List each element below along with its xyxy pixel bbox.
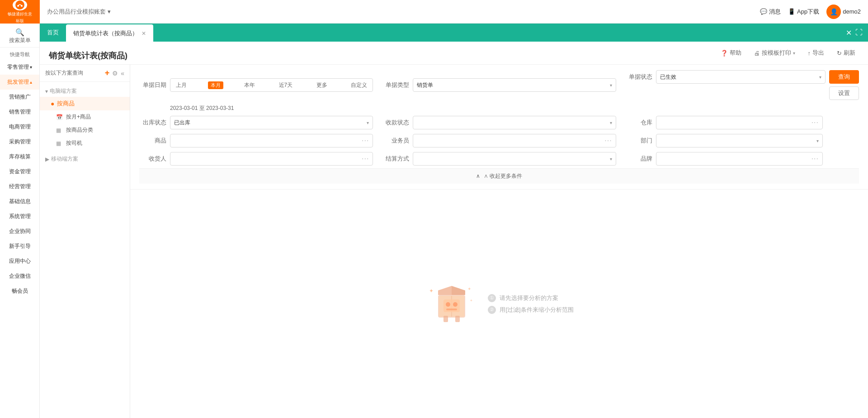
- tree-group-mobile: ▶ 移动端方案: [40, 153, 130, 165]
- sidebar-item-quick-nav[interactable]: 快捷导航: [0, 48, 39, 60]
- export-button[interactable]: ↑ 导出: [804, 47, 828, 59]
- page-header: 销货单统计表(按商品) ❓ 帮助 🖨 按模板打印 ▾ ↑ 导出 ↻ 刷新: [40, 42, 868, 65]
- collapse-filter-bar[interactable]: ∧ ∧ 收起更多条件: [139, 168, 859, 184]
- doc-type-value: 销货单: [417, 81, 433, 89]
- sidebar-item-ecom[interactable]: 电商管理: [0, 119, 39, 134]
- brand-dots-icon: ···: [811, 155, 819, 163]
- left-panel: 按以下方案查询 + ⚙ « ▾ 电脑端方案 ● 按商品: [40, 65, 130, 418]
- pay-status-control[interactable]: ▾: [413, 116, 616, 129]
- salesperson-label: 业务员: [382, 137, 409, 145]
- help-button[interactable]: ❓ 帮助: [717, 47, 745, 59]
- department-control[interactable]: ▾: [656, 134, 823, 147]
- tab-bar-right: ✕ ⛶: [846, 28, 868, 37]
- svg-text:✦: ✦: [470, 299, 473, 303]
- message-button[interactable]: 💬 消息: [760, 8, 781, 16]
- action-buttons: 查询 设置: [829, 70, 859, 100]
- sidebar-item-inventory[interactable]: 库存核算: [0, 149, 39, 164]
- query-button[interactable]: 查询: [829, 70, 859, 84]
- settings-button[interactable]: 设置: [829, 86, 859, 100]
- date-range-text: 2023-03-01 至 2023-03-31: [170, 104, 234, 112]
- sidebar-item-corp[interactable]: 企业协同: [0, 224, 39, 239]
- help-icon: ❓: [721, 50, 728, 57]
- user-name: demo2: [843, 8, 861, 15]
- date-label: 单据日期: [139, 81, 166, 89]
- sidebar-item-finance[interactable]: 资金管理: [0, 164, 39, 179]
- tab-report[interactable]: 销货单统计表（按商品） ✕: [66, 24, 153, 43]
- user-profile[interactable]: 👤 demo2: [826, 5, 861, 19]
- category-icon: ▦: [56, 127, 63, 133]
- out-status-value: 已出库: [174, 119, 190, 127]
- brand-filter-field: 品牌 ···: [625, 152, 859, 166]
- expand-window-icon[interactable]: ⛶: [855, 28, 863, 37]
- sidebar-item-purchase[interactable]: 采购管理: [0, 134, 39, 149]
- sidebar-item-basic[interactable]: 基础信息: [0, 194, 39, 209]
- svg-rect-16: [455, 316, 460, 322]
- app-download-button[interactable]: 📱 App下载: [788, 8, 819, 16]
- date-tab-7days[interactable]: 近7天: [276, 81, 296, 90]
- svg-text:✦: ✦: [429, 288, 434, 294]
- brand-label: 品牌: [625, 155, 652, 163]
- tree-item-by-goods[interactable]: ● 按商品: [40, 97, 130, 110]
- warehouse-control[interactable]: ···: [656, 116, 823, 129]
- brand-control[interactable]: ···: [656, 152, 823, 166]
- print-arrow-icon: ▾: [793, 51, 795, 56]
- sidebar-item-wholesale[interactable]: 批发管理 ▴: [0, 75, 39, 90]
- tree-section: ▾ 电脑端方案 ● 按商品 📅 按月+商品 ▦ 按商品分类: [40, 82, 130, 168]
- warehouse-label: 仓库: [625, 119, 652, 127]
- salesperson-dots-icon: ···: [604, 137, 612, 145]
- tab-home[interactable]: 首页: [40, 24, 66, 42]
- active-scheme-icon: ●: [51, 100, 54, 107]
- svg-rect-11: [446, 309, 457, 310]
- sidebar-item-newbie[interactable]: 新手引导: [0, 239, 39, 254]
- out-status-control[interactable]: 已出库 ▾: [170, 116, 373, 129]
- tree-expand-icon-mobile[interactable]: ▶: [45, 156, 49, 162]
- date-tab-custom[interactable]: 自定义: [348, 81, 370, 90]
- download-icon: 📱: [788, 8, 795, 15]
- tree-sub-item-by-cashier[interactable]: ▦ 按司机: [40, 137, 130, 150]
- svg-point-1: [17, 5, 19, 7]
- collapse-icon: ∧: [476, 173, 480, 179]
- sidebar: 畅捷通好生意 标版 🔍 搜索菜单 快捷导航 零售管理 ▾ 批发管理 ▴ 营销推广…: [0, 0, 40, 418]
- sidebar-item-ops[interactable]: 经营管理: [0, 179, 39, 194]
- date-tab-this-year[interactable]: 本年: [241, 81, 258, 90]
- sidebar-item-sales[interactable]: 销售管理: [0, 104, 39, 119]
- empty-illustration: ✦ ✦ ✦: [425, 272, 479, 327]
- refresh-button[interactable]: ↻ 刷新: [833, 47, 859, 59]
- header-actions: 💬 消息 📱 App下载 👤 demo2: [760, 5, 861, 19]
- tree-sub-item-by-month-goods[interactable]: 📅 按月+商品: [40, 110, 130, 124]
- print-button[interactable]: 🖨 按模板打印 ▾: [750, 47, 799, 59]
- recipient-control[interactable]: ···: [170, 152, 373, 166]
- close-window-icon[interactable]: ✕: [846, 28, 852, 37]
- sidebar-item-marketing[interactable]: 营销推广: [0, 90, 39, 104]
- sidebar-item-retail[interactable]: 零售管理 ▾: [0, 60, 39, 75]
- sidebar-item-corpwx[interactable]: 企业微信: [0, 269, 39, 284]
- svg-point-2: [21, 5, 23, 7]
- settings-scheme-button[interactable]: ⚙: [112, 70, 118, 77]
- payment-control[interactable]: ▾: [413, 152, 616, 166]
- goods-dots-icon: ···: [362, 137, 369, 145]
- date-tab-prev-month[interactable]: 上月: [173, 81, 189, 90]
- tree-expand-icon[interactable]: ▾: [45, 88, 48, 95]
- sidebar-item-system[interactable]: 系统管理: [0, 209, 39, 224]
- add-scheme-button[interactable]: +: [105, 68, 110, 78]
- sidebar-item-appcenter[interactable]: 应用中心: [0, 254, 39, 269]
- left-panel-title: 按以下方案查询: [45, 69, 83, 77]
- collapse-panel-button[interactable]: «: [121, 70, 124, 77]
- doc-type-control[interactable]: 销货单 ▾: [413, 78, 616, 92]
- tab-close-icon[interactable]: ✕: [142, 30, 146, 37]
- date-tab-this-month[interactable]: 本月: [208, 81, 223, 89]
- date-control[interactable]: 上月 本月 本年 近7天 更多 自定义: [170, 78, 373, 92]
- app-logo[interactable]: 畅捷通好生意 标版: [0, 0, 40, 24]
- breadcrumb-arrow[interactable]: ▾: [108, 8, 111, 15]
- tree-sub-item-by-category[interactable]: ▦ 按商品分类: [40, 124, 130, 137]
- goods-control[interactable]: ···: [170, 134, 373, 147]
- date-tab-more[interactable]: 更多: [314, 81, 330, 90]
- search-menu[interactable]: 🔍 搜索菜单: [0, 24, 39, 48]
- sidebar-item-member[interactable]: 畅会员: [0, 284, 39, 299]
- doc-status-control[interactable]: 已生效 ▾: [656, 70, 826, 84]
- tip-num-1: ①: [488, 294, 496, 302]
- page-title: 销货单统计表(按商品): [49, 50, 127, 61]
- doc-type-filter-field: 单据类型 销货单 ▾: [382, 70, 616, 100]
- salesperson-control[interactable]: ···: [413, 134, 616, 147]
- app-name: 畅捷通好生意: [8, 11, 32, 17]
